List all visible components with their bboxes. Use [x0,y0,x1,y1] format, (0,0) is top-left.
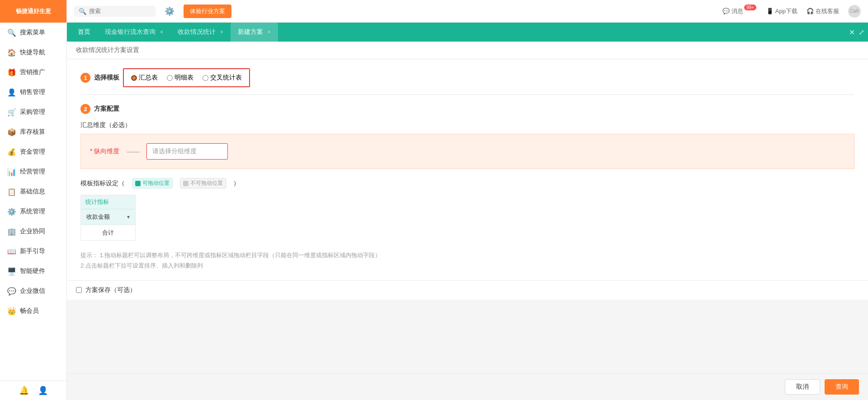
indicators-config-label: 模板指标设定（ [80,179,125,188]
search-icon: 🔍 [79,8,86,15]
sidebar-icon-sales: 👤 [7,88,16,97]
sidebar-label-sales: 销售管理 [20,88,45,96]
radio-detail-label: 明细表 [175,74,193,82]
content-area: 收款情况统计方案设置 1 选择模板 汇总表 明细表 [67,42,868,373]
dim-arrow: —— [127,148,139,155]
sidebar-label-nav: 快捷导航 [20,48,45,56]
stats-header-label: 统计指标 [81,195,135,209]
sidebar-item-enterprise[interactable]: 🏢企业协同 [0,221,66,241]
notification-icon: 💬 [722,8,730,14]
sidebar-label-system: 系统管理 [20,207,45,216]
tab-bank-label: 现金银行流水查询 [105,28,156,36]
action-bar: 取消 查询 [67,373,868,400]
download-icon: 📱 [766,8,774,14]
stats-table-row: 合计 [81,225,135,240]
sidebar-icon-inventory: 📦 [7,127,16,136]
radio-cross-label: 交叉统计表 [210,74,242,82]
sidebar-label-marketing: 营销推广 [20,68,45,76]
topbar: 🔍 ⚙️ 体验行业方案 💬 消息 99+ 📱 App下载 🎧 在线客服 CaR [67,0,868,23]
radio-cross[interactable]: 交叉统计表 [203,74,242,82]
tabbar-actions: ✕ ⤢ [849,28,864,37]
sidebar-icon-nav: 🏠 [7,48,16,57]
section2: 2 方案配置 汇总维度（必选） * 纵向维度 —— 请选择分组维度 [80,104,854,271]
search-box[interactable]: 🔍 [74,6,156,17]
form-card: 1 选择模板 汇总表 明细表 交叉统计表 [67,59,868,280]
stats-table-item[interactable]: 收款金额 ▾ [81,209,135,225]
section1-header: 1 选择模板 汇总表 明细表 交叉统计表 [80,68,854,87]
sidebar: 畅捷通好生意 🔍搜索菜单🏠快捷导航🎁营销推广👤销售管理🛒采购管理📦库存核算💰资金… [0,0,67,400]
tab-close-all-icon[interactable]: ✕ [849,28,855,37]
sidebar-item-system[interactable]: ⚙️系统管理 [0,202,66,221]
tab-bank[interactable]: 现金银行流水查询 × [98,23,170,42]
query-button[interactable]: 查询 [825,379,859,395]
tab-home[interactable]: 首页 [71,23,98,42]
sidebar-item-finance[interactable]: 💰资金管理 [0,142,66,162]
gear-icon[interactable]: ⚙️ [165,6,175,16]
sidebar-icon-search: 🔍 [7,28,16,37]
section2-header: 2 方案配置 [80,104,854,114]
draggable-tag: 可拖动位置 [132,178,173,188]
tab-expand-icon[interactable]: ⤢ [859,28,864,37]
sidebar-label-member: 畅会员 [20,307,39,315]
dropdown-icon[interactable]: ▾ [127,214,130,220]
search-input[interactable] [89,8,152,14]
non-draggable-tag: 不可拖动位置 [180,178,226,188]
sidebar-icon-operations: 📊 [7,167,16,176]
sidebar-label-base: 基础信息 [20,188,45,196]
template-options: 汇总表 明细表 交叉统计表 [123,68,250,87]
tabbar: 首页 现金银行流水查询 × 收款情况统计 × 新建方案 × ✕ ⤢ [67,23,868,42]
sidebar-label-finance: 资金管理 [20,148,45,156]
sidebar-label-search: 搜索菜单 [20,28,45,37]
tips-section: 提示： 1.拖动标题栏可以调整布局，不可跨维度或指标区域拖动栏目字段（只能在同一… [80,250,854,271]
sidebar-icon-hardware: 🖥️ [7,267,16,276]
summary-dim-label: 汇总维度（必选） [80,121,854,129]
tab-collection-label: 收款情况统计 [178,28,216,36]
sidebar-item-base[interactable]: 📋基础信息 [0,182,66,202]
tip-1: 提示： 1.拖动标题栏可以调整布局，不可跨维度或指标区域拖动栏目字段（只能在同一… [80,250,854,260]
sidebar-item-sales[interactable]: 👤销售管理 [0,82,66,102]
sidebar-icon-2[interactable]: 👤 [38,386,48,395]
tab-new[interactable]: 新建方案 × [231,23,278,42]
tab-collection[interactable]: 收款情况统计 × [170,23,231,42]
sidebar-label-hardware: 智能硬件 [20,267,45,275]
notification-item[interactable]: 💬 消息 99+ [722,7,757,15]
tab-collection-close[interactable]: × [220,29,223,35]
sidebar-icon-1[interactable]: 🔔 [19,386,29,395]
industry-btn[interactable]: 体验行业方案 [184,5,231,18]
radio-summary[interactable]: 汇总表 [131,74,158,82]
radio-cross-input[interactable] [203,75,208,81]
notification-badge: 99+ [744,5,756,10]
download-item[interactable]: 📱 App下载 [766,7,797,15]
radio-summary-input[interactable] [131,75,137,81]
main-area: 🔍 ⚙️ 体验行业方案 💬 消息 99+ 📱 App下载 🎧 在线客服 CaR [67,0,868,400]
section2-num: 2 [80,104,90,114]
avatar[interactable]: CaR [848,5,861,18]
sidebar-item-marketing[interactable]: 🎁营销推广 [0,62,66,82]
sidebar-item-inventory[interactable]: 📦库存核算 [0,122,66,142]
sidebar-item-search[interactable]: 🔍搜索菜单 [0,23,66,42]
tab-new-close[interactable]: × [268,29,271,35]
cancel-button[interactable]: 取消 [785,379,820,395]
sidebar-item-member[interactable]: 👑畅会员 [0,301,66,321]
section2-title: 方案配置 [94,105,119,113]
sidebar-item-purchase[interactable]: 🛒采购管理 [0,102,66,122]
tab-bank-close[interactable]: × [160,29,163,35]
sidebar-item-guide[interactable]: 📖新手引导 [0,241,66,261]
sidebar-item-operations[interactable]: 📊经营管理 [0,162,66,182]
sidebar-item-hardware[interactable]: 🖥️智能硬件 [0,261,66,281]
section1-num: 1 [80,73,90,83]
radio-detail-input[interactable] [167,75,173,81]
sidebar-icon-enterprise: 🏢 [7,227,16,236]
sidebar-icon-guide: 📖 [7,247,16,256]
sidebar-label-enterprise: 企业协同 [20,227,45,235]
service-item[interactable]: 🎧 在线客服 [807,7,839,15]
dim-select[interactable]: 请选择分组维度 [146,143,228,160]
page-header: 收款情况统计方案设置 [67,42,868,59]
service-label: 在线客服 [816,7,839,15]
tip-2: 2.点击标题栏下拉可设置排序、插入列和删除列 [80,260,854,271]
sidebar-item-wechat[interactable]: 💬企业微信 [0,281,66,301]
indicators-section: 模板指标设定（ 可拖动位置 不可拖动位置 ） 统计指标 [80,178,854,241]
save-checkbox[interactable] [76,287,82,293]
radio-detail[interactable]: 明细表 [167,74,193,82]
sidebar-item-nav[interactable]: 🏠快捷导航 [0,42,66,62]
